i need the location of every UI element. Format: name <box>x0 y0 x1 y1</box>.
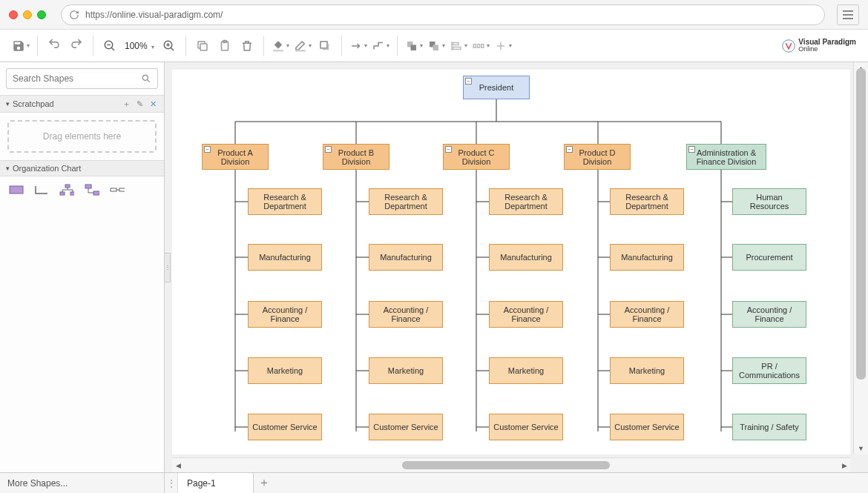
shape-unit[interactable] <box>9 184 24 196</box>
svg-rect-30 <box>65 185 70 188</box>
canvas[interactable]: − President −Product A DivisionResearch … <box>172 70 850 454</box>
maximize-window-button[interactable] <box>37 10 46 19</box>
node-child[interactable]: Customer Service <box>369 414 443 440</box>
svg-rect-20 <box>453 47 461 49</box>
collapse-icon[interactable]: − <box>445 146 452 153</box>
node-child[interactable]: Manufacturing <box>369 244 443 271</box>
add-icon[interactable]: ＋ <box>121 99 131 109</box>
node-child[interactable]: Research & Department <box>248 188 322 215</box>
svg-rect-33 <box>85 185 91 188</box>
node-division[interactable]: −Product A Division <box>202 144 269 170</box>
zoom-out-button[interactable] <box>99 36 120 56</box>
scroll-right-arrow[interactable]: ▶ <box>838 458 850 472</box>
more-shapes-button[interactable]: More Shapes... <box>0 473 165 493</box>
node-child[interactable]: Manufacturing <box>248 244 322 271</box>
shadow-button[interactable] <box>315 36 335 56</box>
shape-search-input[interactable] <box>6 68 158 89</box>
node-division[interactable]: −Product C Division <box>443 144 510 170</box>
shape-elbow[interactable] <box>34 184 49 196</box>
orgchart-palette-header[interactable]: ▾Organization Chart <box>0 160 164 176</box>
node-child[interactable]: Procurement <box>732 244 806 271</box>
node-child[interactable]: Customer Service <box>248 414 322 440</box>
svg-rect-36 <box>119 188 125 191</box>
close-window-button[interactable] <box>9 10 18 19</box>
node-child[interactable]: Accounting / Finance <box>248 301 322 328</box>
undo-button[interactable] <box>44 36 65 56</box>
browser-menu-button[interactable] <box>837 4 859 25</box>
node-child[interactable]: Marketing <box>610 357 684 384</box>
node-child[interactable]: Training / Safety <box>732 414 806 440</box>
shape-stack[interactable] <box>110 184 125 196</box>
paste-button[interactable] <box>214 36 235 56</box>
vertical-scroll-thumb[interactable] <box>856 68 866 380</box>
waypoint-button[interactable]: ▾ <box>370 36 391 56</box>
shape-side[interactable] <box>85 184 99 196</box>
edit-icon[interactable]: ✎ <box>134 99 145 109</box>
align-button[interactable]: ▾ <box>448 36 469 56</box>
node-child[interactable]: Accounting / Finance <box>369 301 443 328</box>
reload-icon[interactable] <box>69 10 79 20</box>
svg-rect-7 <box>200 44 207 50</box>
collapse-icon[interactable]: − <box>204 146 211 153</box>
node-division[interactable]: −Administration & Finance Division <box>686 144 766 170</box>
collapse-icon[interactable]: − <box>325 146 332 153</box>
collapse-icon[interactable]: − <box>566 146 573 153</box>
to-back-button[interactable]: ▾ <box>426 36 447 56</box>
horizontal-scroll-thumb[interactable] <box>402 461 610 469</box>
collapse-icon[interactable]: − <box>465 78 472 85</box>
scroll-left-arrow[interactable]: ◀ <box>172 458 184 472</box>
node-division[interactable]: −Product D Division <box>564 144 631 170</box>
add-page-button[interactable]: ＋ <box>254 475 274 491</box>
node-child[interactable]: Manufacturing <box>610 244 684 271</box>
node-child[interactable]: Research & Department <box>489 188 563 215</box>
window-controls <box>9 10 46 19</box>
node-child[interactable]: Human Resources <box>732 188 806 215</box>
tab-menu-handle[interactable]: ⋮ <box>165 473 178 493</box>
node-president[interactable]: − President <box>463 76 530 99</box>
redo-button[interactable] <box>66 36 87 56</box>
node-child[interactable]: Customer Service <box>610 414 684 440</box>
brand-logo[interactable]: Visual ParadigmOnline <box>782 39 862 53</box>
fill-color-button[interactable]: ▾ <box>270 36 291 56</box>
brand-text: Visual ParadigmOnline <box>798 39 856 53</box>
zoom-level[interactable]: 100% ▾ <box>122 41 157 51</box>
to-front-button[interactable]: ▾ <box>404 36 424 56</box>
distribute-button[interactable]: ▾ <box>470 36 491 56</box>
scratchpad-dropzone[interactable]: Drag elements here <box>7 120 157 153</box>
scroll-down-arrow[interactable]: ▼ <box>854 443 868 454</box>
node-child[interactable]: Research & Department <box>610 188 684 215</box>
collapse-icon[interactable]: − <box>688 146 695 153</box>
vertical-scrollbar[interactable]: ▲ ▼ <box>853 62 868 454</box>
line-color-button[interactable]: ▾ <box>292 36 313 56</box>
zoom-in-button[interactable] <box>159 36 180 56</box>
scratchpad-header[interactable]: ▾Scratchpad ＋ ✎ ✕ <box>0 95 164 113</box>
svg-rect-22 <box>478 44 480 47</box>
insert-button[interactable]: ▾ <box>493 36 513 56</box>
node-child[interactable]: PR / Communications <box>732 357 806 384</box>
sidebar-resize-handle[interactable]: ⋮ <box>165 253 171 282</box>
node-child[interactable]: Customer Service <box>489 414 563 440</box>
tab-page-1[interactable]: Page-1 <box>178 473 254 493</box>
node-child[interactable]: Accounting / Finance <box>732 301 806 328</box>
save-button[interactable]: ▾ <box>10 36 31 56</box>
node-child[interactable]: Marketing <box>248 357 322 384</box>
node-child[interactable]: Research & Department <box>369 188 443 215</box>
delete-button[interactable] <box>237 36 257 56</box>
svg-line-28 <box>148 80 150 82</box>
close-icon[interactable]: ✕ <box>148 99 158 109</box>
node-child[interactable]: Marketing <box>369 357 443 384</box>
canvas-area[interactable]: ⋮ <box>165 62 868 472</box>
copy-button[interactable] <box>192 36 213 56</box>
url-bar[interactable]: https://online.visual-paradigm.com/ <box>61 4 825 25</box>
svg-rect-35 <box>111 188 116 191</box>
node-child[interactable]: Manufacturing <box>489 244 563 271</box>
horizontal-scrollbar[interactable]: ◀ ▶ <box>172 457 850 472</box>
minimize-window-button[interactable] <box>23 10 32 19</box>
node-child[interactable]: Accounting / Finance <box>610 301 684 328</box>
node-division[interactable]: −Product B Division <box>323 144 389 170</box>
connection-button[interactable]: ▾ <box>348 36 369 56</box>
shape-tree[interactable] <box>59 184 74 196</box>
svg-point-27 <box>142 75 148 80</box>
node-child[interactable]: Accounting / Finance <box>489 301 563 328</box>
node-child[interactable]: Marketing <box>489 357 563 384</box>
